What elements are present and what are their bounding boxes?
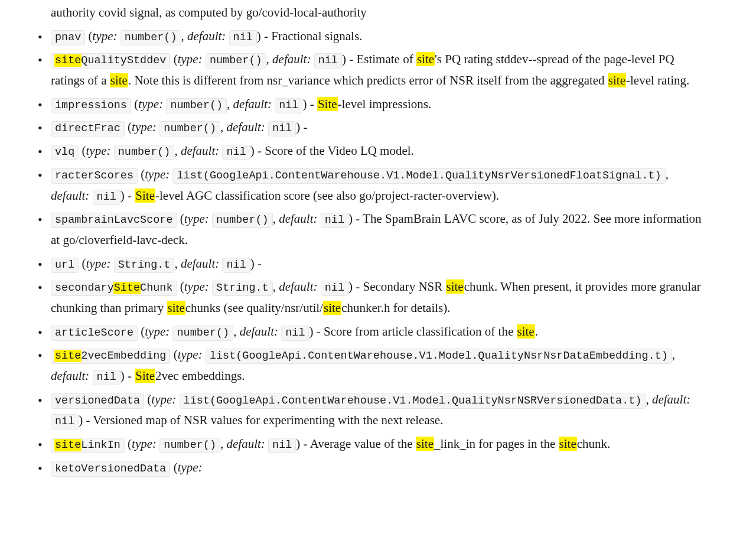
- attribute-item: pnav (type: number(), default: nil) - Fr…: [51, 26, 705, 47]
- attr-default: nil: [281, 326, 309, 341]
- attr-name: ketoVersionedData: [51, 461, 170, 477]
- attr-name: directFrac: [51, 121, 125, 136]
- attr-name: secondarySiteChunk: [51, 281, 177, 296]
- attr-name: versionedData: [51, 393, 144, 409]
- attr-description: Fractional signals.: [271, 29, 362, 43]
- attr-default: nil: [268, 121, 296, 136]
- attr-name: pnav: [51, 30, 85, 45]
- attr-type: number(): [172, 326, 233, 341]
- attr-default: nil: [275, 98, 302, 113]
- default-label: default:: [187, 29, 226, 43]
- type-label: type:: [93, 29, 118, 43]
- type-label: type:: [86, 144, 111, 158]
- attr-default: nil: [93, 190, 120, 205]
- attr-type: number(): [159, 438, 220, 453]
- type-label: type:: [86, 256, 111, 271]
- attribute-list: pnav (type: number(), default: nil) - Fr…: [51, 26, 705, 479]
- default-label: default:: [181, 256, 219, 271]
- attribute-item: spambrainLavcScore (type: number(), defa…: [51, 209, 705, 251]
- attr-name: vlq: [51, 145, 79, 160]
- attr-default: nil: [222, 145, 250, 160]
- attr-type: number(): [120, 30, 181, 45]
- attr-type: number(): [206, 53, 266, 69]
- attr-type: number(): [166, 98, 227, 113]
- attribute-item: secondarySiteChunk (type: String.t, defa…: [51, 276, 705, 318]
- attr-description: Site-level impressions.: [317, 97, 431, 111]
- attr-default: nil: [93, 370, 120, 385]
- attr-default: nil: [268, 438, 296, 453]
- default-label: default:: [279, 212, 317, 226]
- attribute-item: racterScores (type: list(GoogleApi.Conte…: [51, 164, 705, 206]
- type-label: type:: [184, 212, 209, 226]
- attribute-item: siteLinkIn (type: number(), default: nil…: [51, 434, 705, 455]
- default-label: default:: [181, 144, 219, 158]
- type-label: type:: [184, 279, 209, 294]
- type-label: type:: [178, 460, 203, 474]
- attr-name: impressions: [51, 98, 131, 113]
- attr-name: siteLinkIn: [51, 438, 125, 453]
- attr-name: racterScores: [51, 168, 138, 184]
- attr-type: String.t: [114, 258, 175, 273]
- type-label: type:: [138, 97, 163, 111]
- attr-description: Score from article classification of the…: [324, 324, 538, 339]
- type-label: type:: [145, 167, 170, 181]
- attr-description: Site2vec embeddings.: [135, 369, 245, 383]
- attr-type: list(GoogleApi.ContentWarehouse.V1.Model…: [206, 349, 672, 364]
- default-label: default:: [272, 52, 311, 66]
- type-label: type:: [132, 120, 157, 134]
- type-label: type:: [178, 52, 203, 66]
- attr-default: nil: [321, 281, 348, 296]
- attr-default: nil: [51, 414, 79, 430]
- default-label: default:: [51, 369, 89, 383]
- attribute-item: directFrac (type: number(), default: nil…: [51, 117, 705, 138]
- attr-default: nil: [321, 213, 348, 228]
- doc-content: authority covid signal, as computed by g…: [0, 0, 756, 478]
- type-label: type:: [151, 392, 176, 406]
- attr-name: url: [51, 258, 79, 273]
- attribute-item: vlq (type: number(), default: nil) - Sco…: [51, 141, 705, 162]
- attribute-item: site2vecEmbedding (type: list(GoogleApi.…: [51, 344, 705, 386]
- default-label: default:: [233, 97, 272, 111]
- attribute-item: siteQualityStddev (type: number(), defau…: [51, 49, 705, 91]
- default-label: default:: [51, 188, 89, 203]
- default-label: default:: [279, 279, 317, 294]
- default-label: default:: [652, 392, 690, 406]
- attr-type: list(GoogleApi.ContentWarehouse.V1.Model…: [180, 393, 646, 409]
- attr-type: number(): [114, 145, 175, 160]
- default-label: default:: [240, 324, 278, 339]
- attr-default: nil: [314, 53, 342, 69]
- attr-type: number(): [212, 213, 273, 228]
- attr-description: Versioned map of NSR values for experime…: [93, 413, 443, 427]
- attr-name: articleScore: [51, 326, 138, 341]
- attr-type: String.t: [212, 281, 273, 296]
- attr-name: siteQualityStddev: [51, 53, 170, 69]
- attr-name: spambrainLavcScore: [51, 213, 177, 228]
- attribute-item: url (type: String.t, default: nil) -: [51, 253, 705, 275]
- type-label: type:: [178, 347, 203, 362]
- attribute-item: versionedData (type: list(GoogleApi.Cont…: [51, 389, 705, 431]
- attr-default: nil: [229, 30, 257, 45]
- attribute-item: impressions (type: number(), default: ni…: [51, 94, 705, 115]
- attr-name: site2vecEmbedding: [51, 349, 170, 364]
- type-label: type:: [145, 324, 170, 339]
- attr-type: list(GoogleApi.ContentWarehouse.V1.Model…: [172, 168, 665, 184]
- type-label: type:: [132, 437, 157, 451]
- attribute-item: articleScore (type: number(), default: n…: [51, 321, 705, 343]
- attr-description: Score of the Video LQ model.: [265, 144, 414, 158]
- attribute-item: ketoVersionedData (type:: [51, 457, 705, 479]
- attr-description: Average value of the site_link_in for pa…: [310, 437, 611, 451]
- attr-description: Site-level AGC classification score (see…: [135, 188, 499, 203]
- attr-default: nil: [222, 258, 250, 273]
- default-label: default:: [227, 120, 265, 134]
- default-label: default:: [227, 437, 265, 451]
- continuation-line: authority covid signal, as computed by g…: [51, 2, 705, 24]
- attr-type: number(): [159, 121, 220, 136]
